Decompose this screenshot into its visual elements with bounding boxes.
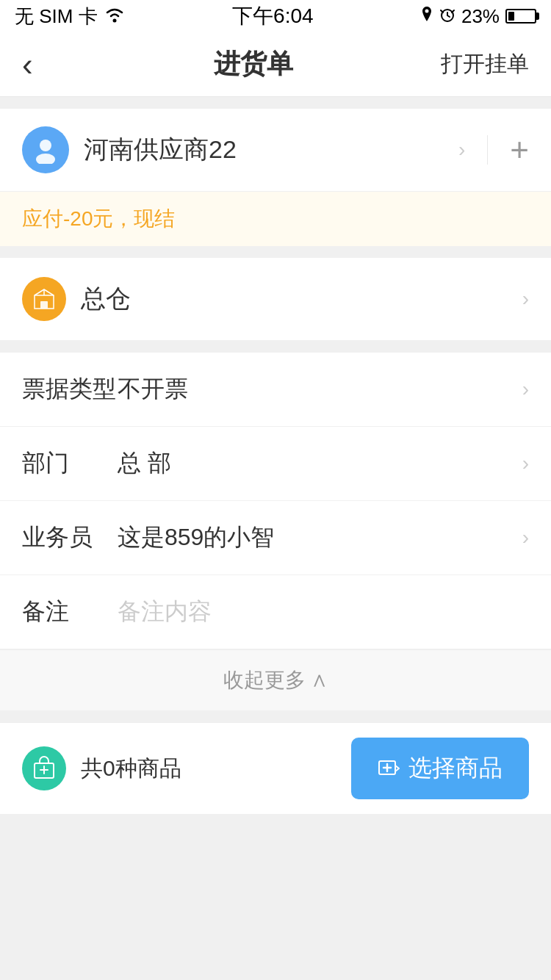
section-divider-1 <box>0 97 551 109</box>
product-count: 共0种商品 <box>81 754 351 784</box>
collapse-label: 收起更多 ∧ <box>223 669 328 691</box>
department-row[interactable]: 部门 总 部 › <box>0 427 551 501</box>
select-product-button[interactable]: 选择商品 <box>351 738 529 799</box>
salesperson-row[interactable]: 业务员 这是859的小智 › <box>0 501 551 575</box>
invoice-type-label: 票据类型 <box>22 373 118 406</box>
select-product-label: 选择商品 <box>408 752 503 785</box>
supplier-chevron-icon: › <box>458 138 465 162</box>
wifi-icon <box>104 5 126 28</box>
notice-text: 应付-20元，现结 <box>22 207 175 230</box>
supplier-row[interactable]: 河南供应商22 › + <box>0 109 551 192</box>
product-icon-wrap <box>22 746 66 790</box>
svg-point-3 <box>36 154 55 164</box>
status-time: 下午6:04 <box>232 2 314 30</box>
remark-label: 备注 <box>22 596 118 628</box>
status-right: 23% <box>420 5 536 28</box>
add-supplier-button[interactable]: + <box>510 134 529 166</box>
section-divider-2 <box>0 246 551 258</box>
svg-point-0 <box>112 18 116 22</box>
alarm-icon <box>439 5 455 28</box>
status-bar: 无 SIM 卡 下午6:04 23% <box>0 0 551 32</box>
carrier-text: 无 SIM 卡 <box>15 4 98 29</box>
empty-space <box>0 814 551 980</box>
salesperson-label: 业务员 <box>22 522 118 554</box>
location-icon <box>420 5 433 28</box>
supplier-name: 河南供应商22 <box>84 133 458 167</box>
open-pending-button[interactable]: 打开挂单 <box>441 49 529 79</box>
department-chevron-icon: › <box>522 452 529 475</box>
page-title: 进货单 <box>214 46 293 82</box>
notice-banner: 应付-20元，现结 <box>0 192 551 246</box>
invoice-type-chevron-icon: › <box>522 378 529 401</box>
collapse-row[interactable]: 收起更多 ∧ <box>0 649 551 710</box>
invoice-type-row[interactable]: 票据类型 不开票 › <box>0 353 551 427</box>
section-divider-4 <box>0 710 551 722</box>
remark-row[interactable]: 备注 备注内容 <box>0 575 551 649</box>
supplier-avatar <box>22 126 69 173</box>
divider <box>487 135 488 165</box>
svg-rect-4 <box>40 301 48 309</box>
invoice-type-value: 不开票 <box>118 373 522 406</box>
department-value: 总 部 <box>118 447 522 480</box>
remark-input[interactable]: 备注内容 <box>118 596 529 628</box>
warehouse-row[interactable]: 总仓 › <box>0 258 551 341</box>
battery-icon <box>505 9 536 24</box>
salesperson-value: 这是859的小智 <box>118 522 522 554</box>
warehouse-name: 总仓 <box>81 282 522 316</box>
battery-percent: 23% <box>461 5 500 28</box>
form-section: 票据类型 不开票 › 部门 总 部 › 业务员 这是859的小智 › 备注 备注… <box>0 353 551 710</box>
nav-bar: ‹ 进货单 打开挂单 <box>0 32 551 97</box>
warehouse-section: 总仓 › <box>0 258 551 341</box>
salesperson-chevron-icon: › <box>522 526 529 550</box>
department-label: 部门 <box>22 447 118 480</box>
svg-point-2 <box>40 140 51 151</box>
supplier-section: 河南供应商22 › + 应付-20元，现结 <box>0 109 551 246</box>
bottom-bar: 共0种商品 选择商品 <box>0 722 551 814</box>
warehouse-chevron-icon: › <box>522 287 529 311</box>
warehouse-icon-wrap <box>22 277 66 321</box>
section-divider-3 <box>0 341 551 353</box>
back-button[interactable]: ‹ <box>22 46 66 83</box>
status-left: 无 SIM 卡 <box>15 4 126 29</box>
